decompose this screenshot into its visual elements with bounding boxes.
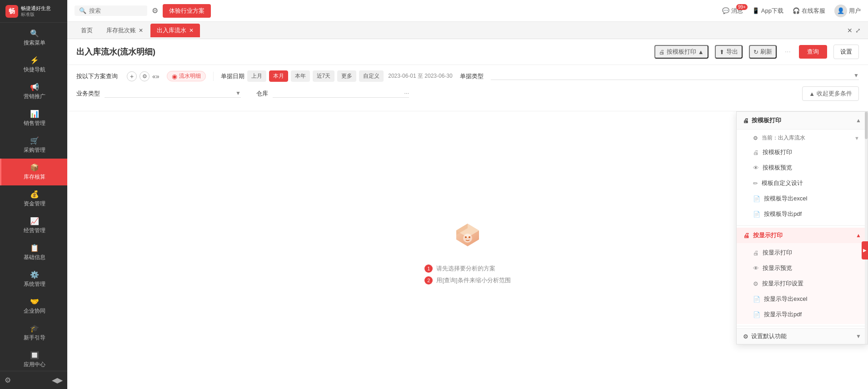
template-pdf-icon: 📄	[753, 211, 760, 218]
svg-point-5	[469, 236, 470, 238]
date-filter: 单据日期 上月 本月 本年 近7天 更多 自定义 2023-06-01 至 20…	[221, 70, 453, 82]
date-buttons: 单据日期 上月 本月 本年 近7天 更多 自定义 2023-06-01 至 20…	[221, 70, 453, 82]
query-button[interactable]: 查询	[799, 45, 827, 59]
dropdown-display-print-settings[interactable]: ⚙ 按显示打印设置	[737, 276, 868, 291]
print-template-button[interactable]: 🖨 按模板打印 ▲	[654, 45, 708, 59]
search-input[interactable]	[89, 7, 135, 14]
dropdown-template-print[interactable]: 🖨 按模板打印	[737, 145, 868, 160]
filter-settings-button[interactable]: ⚙	[140, 71, 150, 81]
tab-close-all-icon[interactable]: ✕	[847, 27, 853, 34]
dropdown-template-export-pdf[interactable]: 📄 按模板导出pdf	[737, 206, 868, 222]
guide-icon: 🎓	[30, 324, 39, 333]
empty-step-1: 1 请先选择要分析的方案	[424, 263, 510, 274]
dropdown-display-group-header[interactable]: 🖨 按显示打印 ▲	[737, 228, 868, 243]
page-actions: 🖨 按模板打印 ▲ ⬆ 导出 ↻ 刷新 ··· 查询 设置	[654, 45, 859, 65]
svg-point-3	[463, 234, 472, 243]
refresh-icon: ↻	[753, 49, 758, 55]
date-btn-7days[interactable]: 近7天	[313, 70, 335, 82]
app-download-button[interactable]: 📱 App下载	[752, 7, 783, 15]
template-preview-icon: 👁	[753, 165, 759, 171]
content-area: 1 请先选择要分析的方案 2 用[查询]条件来缩小分析范围 🖨 按模板打印	[67, 111, 868, 389]
dropdown-template-export-excel[interactable]: 📄 按模板导出excel	[737, 191, 868, 206]
main-content: 🔍 ⚙ 体验行业方案 💬 消息 99+ 📱 App下载 🎧 在线客服 👤 用户	[67, 0, 868, 389]
tab-batch[interactable]: 库存批次账 ✕	[100, 24, 150, 37]
warehouse-more-icon[interactable]: ···	[404, 90, 409, 96]
template-excel-icon: 📄	[753, 195, 760, 202]
sidebar-item-sales[interactable]: 📊 销售管理	[0, 105, 67, 132]
topbar-right: 💬 消息 99+ 📱 App下载 🎧 在线客服 👤 用户	[722, 5, 861, 17]
scrollbar-track	[865, 112, 868, 344]
dropdown-display-preview[interactable]: 👁 按显示预览	[737, 260, 868, 276]
dropdown-template-preview[interactable]: 👁 按模板预览	[737, 160, 868, 175]
dropdown-bottom-arrow[interactable]: ▼	[856, 333, 861, 339]
collapse-bottom-icon[interactable]: ◀▶	[52, 376, 63, 384]
topbar-gear-icon[interactable]: ⚙	[152, 6, 158, 15]
sidebar-item-enterprise[interactable]: 🤝 企业协同	[0, 293, 67, 319]
trial-button[interactable]: 体验行业方案	[163, 4, 211, 18]
shortcut-icon: ⚡	[30, 56, 39, 65]
date-btn-custom[interactable]: 自定义	[359, 70, 384, 82]
dropdown-bottom: ⚙ 设置默认功能 ▼	[737, 328, 868, 344]
dropdown-header-arrow[interactable]: ▲	[856, 117, 861, 124]
sidebar-item-apps[interactable]: 🔲 应用中心	[0, 346, 67, 371]
message-button[interactable]: 💬 消息 99+	[722, 7, 743, 15]
topbar-search-box[interactable]: 🔍	[75, 5, 147, 16]
dropdown-template-custom[interactable]: ✏ 模板自定义设计	[737, 175, 868, 191]
sidebar-item-operation[interactable]: 📈 经营管理	[0, 212, 67, 239]
filter-add-button[interactable]: +	[127, 71, 137, 81]
filter-area: 按以下方案查询 + ⚙ «» ◉ 流水明细 单据日期 上月 本月 本年 近7天 …	[67, 65, 868, 111]
date-btn-this-year[interactable]: 本年	[291, 70, 310, 82]
tab-home[interactable]: 首页	[75, 24, 99, 37]
empty-step-2: 2 用[查询]条件来缩小分析范围	[424, 274, 510, 286]
display-excel-icon: 📄	[753, 296, 760, 303]
avatar-image: 👤	[834, 5, 847, 17]
display-settings-icon: ⚙	[753, 280, 758, 287]
tab-flow[interactable]: 出入库流水 ✕	[150, 24, 200, 37]
scrollbar-thumb[interactable]	[865, 112, 868, 139]
sidebar-item-basic[interactable]: 📋 基础信息	[0, 239, 67, 266]
filter-collapse-icon[interactable]: «»	[152, 73, 160, 80]
dropdown-default-function[interactable]: ⚙ 设置默认功能	[743, 332, 787, 340]
topbar: 🔍 ⚙ 体验行业方案 💬 消息 99+ 📱 App下载 🎧 在线客服 👤 用户	[67, 0, 868, 22]
collapse-more-btn[interactable]: ▲ 收起更多条件	[802, 86, 859, 101]
date-btn-more[interactable]: 更多	[337, 70, 356, 82]
sidebar-item-system[interactable]: ⚙️ 系统管理	[0, 266, 67, 293]
tab-batch-close[interactable]: ✕	[139, 27, 143, 34]
tab-flow-close[interactable]: ✕	[189, 27, 194, 34]
print-dropdown-panel: 🖨 按模板打印 ▲ ⚙ 当前：出入库流水 ▼ 🖨 按模板打印 👁 按模板预览	[736, 111, 868, 344]
refresh-button[interactable]: ↻ 刷新	[749, 45, 777, 59]
settings-button[interactable]: 设置	[833, 45, 859, 59]
sidebar-item-shortcut[interactable]: ⚡ 快捷导航	[0, 51, 67, 78]
system-icon: ⚙️	[30, 270, 39, 279]
sidebar-item-finance[interactable]: 💰 资金管理	[0, 185, 67, 212]
display-group-arrow[interactable]: ▲	[856, 232, 861, 239]
settings-bottom-icon[interactable]: ⚙	[5, 376, 11, 384]
user-avatar[interactable]: 👤 用户	[834, 5, 861, 17]
dropdown-display-export-excel[interactable]: 📄 按显示导出excel	[737, 291, 868, 307]
svg-point-4	[465, 236, 467, 238]
sidebar-item-search[interactable]: 🔍 搜索菜单	[0, 25, 67, 51]
logo-text: 畅捷通好生意 标准版	[21, 5, 51, 17]
sidebar-item-inventory[interactable]: 📦 库存核算	[0, 159, 67, 185]
export-button[interactable]: ⬆ 导出	[715, 45, 743, 59]
date-btn-this-month[interactable]: 本月	[269, 70, 288, 82]
display-group-icon: 🖨	[743, 232, 749, 239]
search-icon: 🔍	[30, 29, 39, 38]
dropdown-display-print[interactable]: 🖨 按显示打印	[737, 245, 868, 260]
business-dropdown-arrow[interactable]: ▼	[235, 90, 241, 96]
online-service-button[interactable]: 🎧 在线客服	[793, 7, 825, 15]
date-btn-last-month[interactable]: 上月	[247, 70, 266, 82]
right-edge-button[interactable]: ▶	[862, 241, 868, 259]
empty-illustration	[447, 214, 488, 255]
sidebar-item-guide[interactable]: 🎓 新手引导	[0, 319, 67, 346]
sidebar-logo: 畅 畅捷通好生意 标准版	[0, 0, 67, 23]
type-dropdown-arrow[interactable]: ▼	[853, 72, 859, 79]
tab-expand-icons: ✕ ⤢	[847, 27, 861, 34]
sidebar-item-purchase[interactable]: 🛒 采购管理	[0, 132, 67, 159]
purchase-icon: 🛒	[30, 136, 39, 145]
page-title: 出入库流水(流水明细)	[76, 46, 155, 63]
sidebar-item-marketing[interactable]: 📢 营销推广	[0, 78, 67, 105]
message-icon: 💬	[722, 7, 729, 14]
dropdown-display-export-pdf[interactable]: 📄 按显示导出pdf	[737, 307, 868, 322]
tab-maximize-icon[interactable]: ⤢	[855, 27, 861, 34]
